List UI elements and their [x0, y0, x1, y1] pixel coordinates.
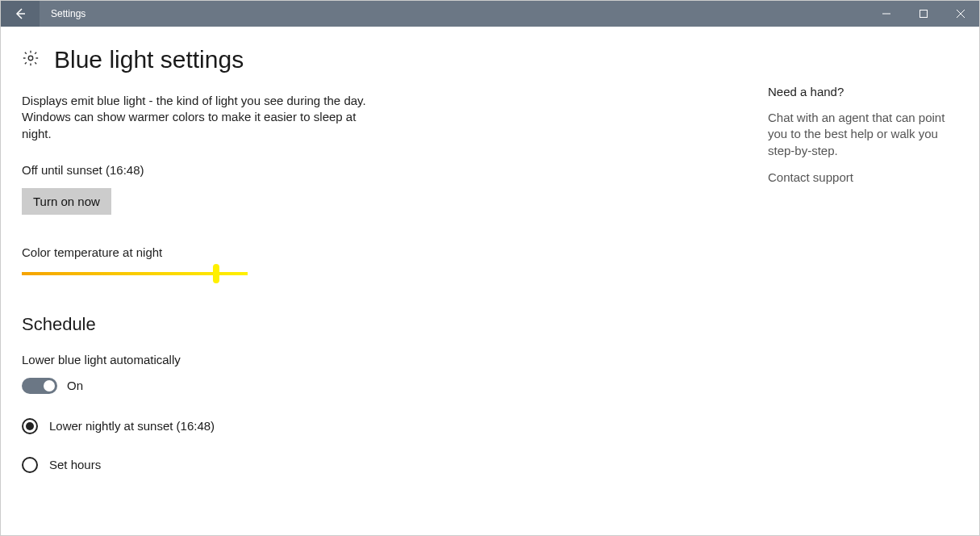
page-header: Blue light settings — [22, 46, 586, 73]
radio-sunset-label: Lower nightly at sunset (16:48) — [49, 419, 215, 433]
minimize-button[interactable] — [868, 1, 905, 27]
color-temp-slider[interactable] — [22, 272, 248, 275]
back-button[interactable] — [1, 1, 40, 27]
arrow-left-icon — [14, 7, 27, 20]
color-temp-label: Color temperature at night — [22, 245, 586, 259]
toggle-knob — [44, 380, 55, 392]
maximize-icon — [920, 10, 928, 18]
help-sidebar: Need a hand? Chat with an agent that can… — [768, 46, 953, 535]
maximize-button[interactable] — [905, 1, 942, 27]
radio-sunset[interactable]: Lower nightly at sunset (16:48) — [22, 418, 586, 434]
help-text: Chat with an agent that can point you to… — [768, 110, 953, 159]
turn-on-button[interactable]: Turn on now — [22, 188, 111, 215]
page-title: Blue light settings — [54, 46, 244, 73]
auto-lower-toggle[interactable] — [22, 378, 57, 394]
window-title: Settings — [40, 8, 85, 19]
radio-dot-icon — [26, 422, 34, 430]
slider-track — [22, 272, 248, 275]
close-button[interactable] — [942, 1, 979, 27]
schedule-header: Schedule — [22, 314, 586, 335]
radio-set-hours-label: Set hours — [49, 458, 101, 471]
toggle-state-label: On — [67, 379, 83, 392]
radio-icon — [22, 418, 38, 434]
svg-rect-0 — [920, 10, 928, 18]
auto-lower-label: Lower blue light automatically — [22, 353, 586, 366]
radio-set-hours[interactable]: Set hours — [22, 457, 586, 473]
titlebar: Settings — [1, 1, 979, 27]
help-header: Need a hand? — [768, 85, 953, 98]
status-text: Off until sunset (16:48) — [22, 163, 586, 177]
close-icon — [957, 10, 965, 18]
contact-support-link[interactable]: Contact support — [768, 170, 953, 184]
radio-icon — [22, 457, 38, 473]
page-description: Displays emit blue light - the kind of l… — [22, 93, 377, 142]
window-controls — [868, 1, 979, 27]
gear-icon — [22, 49, 40, 70]
minimize-icon — [882, 10, 890, 18]
slider-thumb[interactable] — [213, 264, 219, 283]
svg-point-1 — [28, 56, 33, 61]
